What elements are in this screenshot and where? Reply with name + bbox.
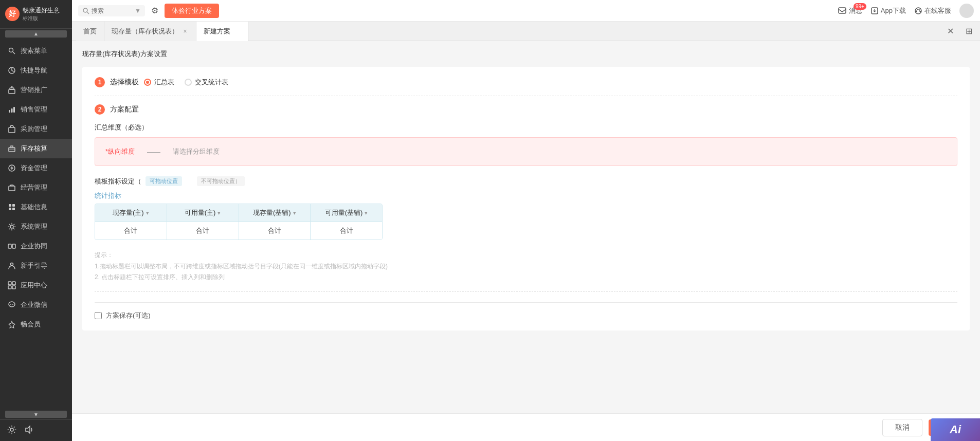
- radio-summary[interactable]: 汇总表: [144, 78, 174, 87]
- svg-marker-29: [26, 426, 30, 433]
- content-area: 现存量(库存状况表)方案设置 1 选择模板 汇总表 交叉统计表: [72, 41, 980, 413]
- non-draggable-tag: 不可拖动位置）: [197, 176, 245, 186]
- svg-point-26: [10, 304, 11, 305]
- stats-section-label: 统计指标: [95, 191, 957, 200]
- tab-new-plan[interactable]: 新建方案 ×: [196, 22, 248, 41]
- radio-cross-label: 交叉统计表: [195, 78, 228, 87]
- sidebar-item-finance[interactable]: 资金管理: [0, 158, 72, 178]
- sidebar-item-app-center[interactable]: 应用中心: [0, 275, 72, 295]
- template-radio-group: 汇总表 交叉统计表: [144, 78, 228, 87]
- svg-rect-24: [12, 286, 15, 289]
- sidebar-item-quick-nav[interactable]: 快捷导航: [0, 61, 72, 80]
- tab-home-label: 首页: [83, 27, 97, 36]
- sidebar-footer: [0, 419, 72, 441]
- col-chevron-2: ▾: [293, 210, 296, 216]
- sidebar-scroll-down[interactable]: ▼: [5, 411, 67, 418]
- sidebar-item-operations[interactable]: 经营管理: [0, 178, 72, 197]
- col-chevron-0: ▾: [146, 210, 149, 216]
- customer-service-label: 在线客服: [924, 6, 951, 15]
- radio-cross[interactable]: 交叉统计表: [185, 78, 228, 87]
- svg-rect-7: [13, 107, 15, 113]
- tab-home[interactable]: 首页: [76, 22, 104, 41]
- sidebar-item-label: 畅会员: [21, 320, 41, 329]
- stats-table-header: 现存量(主) ▾ 合计 可用量(主) ▾ 合计: [95, 204, 382, 240]
- svg-rect-32: [839, 8, 846, 13]
- topbar-appdownload-btn[interactable]: App下载: [870, 6, 906, 15]
- radio-cross-circle: [185, 79, 192, 86]
- logo-icon: 好: [5, 7, 20, 21]
- cancel-button[interactable]: 取消: [882, 419, 922, 436]
- topbar-service-btn[interactable]: 在线客服: [914, 6, 951, 15]
- topbar-trial-btn[interactable]: 体验行业方案: [165, 4, 219, 18]
- svg-rect-18: [12, 244, 15, 248]
- topbar-settings-btn[interactable]: ⚙: [149, 4, 160, 17]
- svg-rect-12: [9, 204, 11, 207]
- sidebar-item-label: 应用中心: [21, 281, 47, 290]
- svg-rect-22: [12, 282, 15, 285]
- topbar-message-btn[interactable]: 消息 99+: [838, 6, 862, 15]
- sidebar-item-label: 系统管理: [21, 222, 47, 231]
- sidebar-settings-btn[interactable]: [7, 425, 16, 436]
- sidebar-item-system[interactable]: 系统管理: [0, 217, 72, 236]
- vertical-dim-label: *纵向维度: [105, 147, 135, 156]
- sidebar-item-member[interactable]: 畅会员: [0, 315, 72, 334]
- col-chevron-1: ▾: [217, 210, 221, 216]
- stats-col-3: 可用量(基辅) ▾ 合计: [311, 204, 382, 240]
- save-checkbox[interactable]: [95, 312, 102, 319]
- svg-rect-36: [920, 11, 921, 12]
- svg-rect-14: [9, 208, 11, 210]
- topbar-avatar[interactable]: [959, 4, 974, 18]
- sidebar-sound-btn[interactable]: [25, 425, 34, 436]
- sidebar-item-wechat[interactable]: 企业微信: [0, 295, 72, 315]
- tip-label: 提示：: [95, 250, 957, 261]
- sidebar-item-sales[interactable]: 销售管理: [0, 100, 72, 119]
- tips-section: 提示： 1.拖动标题栏可以调整布局，不可跨维度或指标区域拖动括号目字段(只能在同…: [95, 250, 957, 283]
- svg-line-1: [13, 52, 15, 54]
- stats-col-header-2[interactable]: 现存量(基辅) ▾: [239, 204, 311, 222]
- download-icon: [870, 7, 879, 15]
- bag-icon: [7, 124, 16, 134]
- tab-new-plan-close[interactable]: ×: [233, 28, 241, 35]
- stats-col-body-3: 合计: [311, 222, 382, 240]
- chart-icon: [7, 105, 16, 114]
- dim-dash: ——: [147, 148, 160, 156]
- sidebar-item-search-menu[interactable]: 搜索菜单: [0, 41, 72, 61]
- app-name: 畅康通好生意: [23, 6, 60, 15]
- svg-rect-3: [9, 89, 15, 94]
- radio-summary-label: 汇总表: [154, 78, 174, 87]
- stats-col-body-2: 合计: [239, 222, 311, 240]
- stats-col-0: 现存量(主) ▾ 合计: [95, 204, 167, 240]
- sidebar-item-purchase[interactable]: 采购管理: [0, 119, 72, 139]
- tabbar-expand-btn[interactable]: ⊞: [961, 24, 976, 39]
- stats-col-header-0[interactable]: 现存量(主) ▾: [95, 204, 167, 222]
- stats-col-header-3[interactable]: 可用量(基辅) ▾: [311, 204, 382, 222]
- sidebar-item-label: 搜索菜单: [21, 46, 47, 56]
- sidebar-item-inventory[interactable]: 库存核算: [0, 139, 72, 158]
- svg-rect-13: [12, 204, 15, 207]
- svg-rect-11: [9, 186, 15, 191]
- svg-point-34: [915, 8, 921, 14]
- svg-rect-8: [9, 127, 15, 133]
- sidebar-item-marketing[interactable]: 营销推广: [0, 80, 72, 100]
- sidebar-item-base-info[interactable]: 基础信息: [0, 197, 72, 217]
- search-input[interactable]: [92, 7, 133, 14]
- sidebar-item-cooperation[interactable]: 企业协同: [0, 236, 72, 256]
- tab-inventory-label: 现存量（库存状况表）: [112, 27, 178, 36]
- svg-point-28: [10, 428, 13, 431]
- sidebar-item-newbie[interactable]: 新手引导: [0, 256, 72, 275]
- search-dropdown-btn[interactable]: ▼: [135, 7, 141, 14]
- tab-inventory-status[interactable]: 现存量（库存状况表） ×: [104, 22, 196, 41]
- stats-col-body-0: 合计: [95, 222, 167, 240]
- sidebar-scroll-up[interactable]: ▲: [5, 30, 67, 38]
- divider-1: [95, 96, 957, 96]
- tabbar-close-btn[interactable]: ✕: [943, 24, 957, 39]
- sidebar-item-label: 营销推广: [21, 85, 47, 95]
- svg-rect-6: [11, 108, 13, 113]
- stats-col-header-1[interactable]: 可用量(主) ▾: [167, 204, 239, 222]
- dimension-box[interactable]: *纵向维度 —— 请选择分组维度: [95, 137, 957, 166]
- money-icon: [7, 163, 16, 173]
- step2-title: 方案配置: [110, 105, 139, 114]
- tab-inventory-close[interactable]: ×: [182, 28, 189, 35]
- topbar-search-box: ▼: [78, 5, 145, 16]
- tabbar-right-btns: ✕ ⊞: [943, 24, 980, 39]
